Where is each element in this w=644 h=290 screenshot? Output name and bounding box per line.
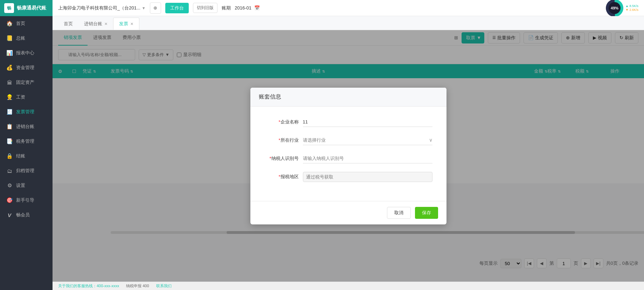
sidebar-item-salary[interactable]: 👷 工资 — [0, 90, 53, 104]
app-logo: 畅 畅康通易代账 — [0, 0, 53, 16]
period-info: 账期 2016-01 📅 — [222, 5, 260, 11]
member-icon: V — [6, 212, 13, 218]
header-right: 49% ▲ 8.5K/s ▼ 2.6K/s — [606, 0, 638, 17]
tab-home[interactable]: 首页 — [58, 18, 78, 30]
sidebar-item-home[interactable]: 🏠 首页 — [0, 16, 53, 31]
form-row-industry: *所在行业 ∨ — [264, 135, 432, 145]
company-dropdown-icon[interactable]: ▼ — [142, 6, 146, 10]
sidebar-item-invoice[interactable]: 🧾 发票管理 — [0, 104, 53, 119]
tab-sales-ledger[interactable]: 进销台账 ✕ — [78, 18, 113, 30]
tab-home-label: 首页 — [64, 21, 73, 27]
speed-text: ▲ 8.5K/s ▼ 2.6K/s — [625, 4, 638, 12]
modal-footer: 取消 保存 — [250, 201, 446, 224]
progress-circle: 49% — [606, 0, 623, 17]
sidebar-item-archive[interactable]: 🗂 归档管理 — [0, 163, 53, 178]
sales-ledger-icon: 📋 — [6, 123, 13, 130]
sidebar-label-settings: 设置 — [16, 182, 25, 189]
logo-text: 畅康通易代账 — [17, 5, 46, 11]
invoice-icon: 🧾 — [6, 109, 13, 115]
modal-body: *企业名称 *所在行业 ∨ — [250, 107, 446, 201]
contact-link[interactable]: 联系我们 — [156, 283, 172, 289]
sidebar-item-member[interactable]: V 畅会员 — [0, 208, 53, 222]
bottom-bar: 关于我们的客服热线：400-xxx-xxxx 纳税申报 400 联系我们 — [53, 282, 644, 290]
cancel-button[interactable]: 取消 — [387, 207, 411, 219]
sidebar-item-sales-ledger[interactable]: 📋 进销台账 — [0, 119, 53, 134]
gear-icon: ⚙ — [6, 182, 13, 189]
finance-icon: 💰 — [6, 65, 13, 71]
sidebar-label-invoice: 发票管理 — [16, 109, 34, 115]
account-info-modal: 账套信息 *企业名称 *所在行业 — [250, 88, 446, 224]
top-header: 上海卯金刀电子科技有限公司_（台201... ▼ ⊕ 工作台 切到旧版 账期 2… — [53, 0, 644, 16]
sidebar-label-reports: 报表中心 — [16, 50, 34, 56]
sidebar-item-settings[interactable]: ⚙ 设置 — [0, 178, 53, 193]
company-name-input[interactable] — [303, 117, 432, 127]
bottom-version: 纳税申报 400 — [126, 283, 149, 289]
main-content: 上海卯金刀电子科技有限公司_（台201... ▼ ⊕ 工作台 切到旧版 账期 2… — [53, 0, 644, 290]
tax-id-input[interactable] — [303, 154, 432, 163]
sidebar-item-tax[interactable]: 📑 税务管理 — [0, 134, 53, 149]
speed-down: ▼ 2.6K/s — [625, 8, 638, 12]
form-label-industry: *所在行业 — [264, 137, 303, 143]
sidebar-item-reports[interactable]: 📊 报表中心 — [0, 46, 53, 60]
bottom-link1: 关于我们的客服热线：400-xxx-xxxx — [58, 283, 119, 289]
close-accounts-icon: 🔒 — [6, 153, 13, 159]
speed-up: ▲ 8.5K/s — [625, 4, 638, 8]
fixed-assets-icon: 🏛 — [6, 79, 13, 86]
tab-sales-ledger-label: 进销台账 — [84, 21, 102, 27]
salary-icon: 👷 — [6, 94, 13, 100]
chevron-down-icon: ∨ — [429, 137, 432, 143]
form-row-tax-region: *报税地区 — [264, 172, 432, 182]
tab-invoice-close[interactable]: ✕ — [130, 22, 133, 26]
industry-select-wrap[interactable]: ∨ — [303, 135, 432, 145]
header-copy-icon[interactable]: ⊕ — [150, 2, 161, 14]
sidebar-item-finance[interactable]: 💰 资金管理 — [0, 60, 53, 75]
form-label-tax-id: *纳税人识别号 — [264, 155, 303, 162]
workbench-button[interactable]: 工作台 — [165, 3, 189, 13]
guide-icon: 🎯 — [6, 197, 13, 203]
sidebar-label-sales-ledger: 进销台账 — [16, 123, 34, 130]
form-label-tax-region: *报税地区 — [264, 174, 303, 180]
calendar-icon[interactable]: 📅 — [254, 5, 260, 11]
speed-widget: 49% ▲ 8.5K/s ▼ 2.6K/s — [606, 0, 638, 17]
sidebar-item-close-accounts[interactable]: 🔒 结账 — [0, 149, 53, 163]
reports-icon: 📊 — [6, 50, 13, 56]
sidebar-label-archive: 归档管理 — [16, 168, 34, 174]
form-row-company-name: *企业名称 — [264, 117, 432, 127]
sidebar-label-fixed-assets: 固定资产 — [16, 79, 34, 86]
sidebar-label-tax: 税务管理 — [16, 138, 34, 144]
sidebar-label-guide: 新手引导 — [16, 197, 34, 203]
switch-old-button[interactable]: 切到旧版 — [193, 3, 217, 13]
tabs-bar: 首页 进销台账 ✕ 发票 ✕ — [53, 16, 644, 30]
modal-title: 账套信息 — [250, 88, 446, 107]
tab-invoice-label: 发票 — [119, 21, 128, 27]
industry-input[interactable] — [303, 135, 432, 145]
tax-region-input — [303, 172, 432, 182]
ledger-icon: 📒 — [6, 35, 13, 41]
company-name: 上海卯金刀电子科技有限公司_（台201... ▼ — [58, 5, 146, 11]
tax-icon: 📑 — [6, 138, 13, 144]
sidebar-label-salary: 工资 — [16, 94, 25, 100]
sidebar-label-home: 首页 — [16, 20, 25, 27]
logo-icon: 畅 — [4, 3, 14, 13]
sidebar-label-close-accounts: 结账 — [16, 153, 25, 159]
modal-overlay: 账套信息 *企业名称 *所在行业 — [53, 30, 644, 282]
progress-value: 49% — [609, 2, 621, 14]
sidebar-label-member: 畅会员 — [16, 212, 30, 218]
sidebar-item-fixed-assets[interactable]: 🏛 固定资产 — [0, 75, 53, 90]
form-row-tax-id: *纳税人识别号 — [264, 154, 432, 163]
home-icon: 🏠 — [6, 20, 13, 27]
sidebar-label-finance: 资金管理 — [16, 65, 34, 71]
sidebar-label-ledger: 总账 — [16, 35, 25, 41]
sidebar-item-ledger[interactable]: 📒 总账 — [0, 31, 53, 46]
tab-sales-ledger-close[interactable]: ✕ — [104, 22, 108, 26]
form-label-company-name: *企业名称 — [264, 119, 303, 125]
content-area: 销项发票 进项发票 费用小票 ⊞ 取票 ▼ ☰ 批量操作 — [53, 30, 644, 282]
save-button[interactable]: 保存 — [415, 207, 438, 219]
sidebar: 畅 畅康通易代账 🏠 首页 📒 总账 📊 报表中心 💰 资金管理 🏛 固定资产 … — [0, 0, 53, 290]
support-link[interactable]: 关于我们的客服热线：400-xxx-xxxx — [58, 284, 119, 288]
tab-invoice[interactable]: 发票 ✕ — [113, 18, 139, 30]
sidebar-item-guide[interactable]: 🎯 新手引导 — [0, 193, 53, 208]
archive-icon: 🗂 — [6, 168, 13, 174]
